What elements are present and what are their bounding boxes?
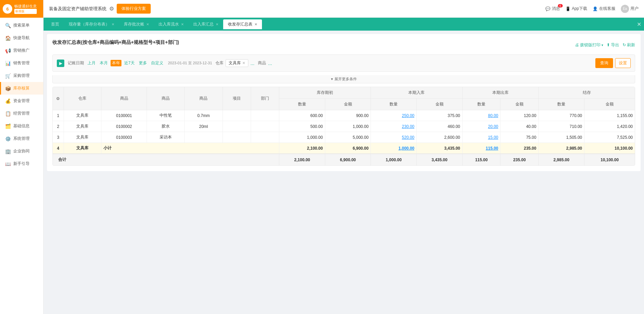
tab-home[interactable]: 首页 [46,19,64,29]
tab-in_out_flow[interactable]: 出入库流水✕ [154,19,188,29]
message-icon: 💬 [545,6,550,11]
row-goods-code: 0100003 [101,132,147,143]
sidebar-item-marketing[interactable]: 📢 营销推广 [0,44,43,57]
th-close-qty: 数量 [539,99,584,110]
avatar: Ea [621,5,629,13]
user-button[interactable]: Ea 用户 [621,5,639,13]
date-shortcut-last-month[interactable]: 上月 [86,60,97,66]
page-content: 收发存汇总表(按仓库+商品编码+商品+规格型号+项目+部门) 🖨 拨锁版打印 ▾… [47,34,641,171]
row-out-qty[interactable]: 15.00 [462,132,500,143]
th-period-in: 本期入库 [371,87,462,99]
tab-label: 出入库汇总 [193,21,214,27]
tab-close-icon[interactable]: ✕ [181,22,184,26]
row-out-qty[interactable]: 20.00 [462,121,500,132]
filter-expand-button[interactable]: ▶ [57,60,64,67]
subtotal-out-amt: 235.00 [500,143,539,154]
message-button[interactable]: 💬 消息 6 [545,6,560,12]
total-in-amt: 3,435.00 [416,154,462,165]
date-shortcut-7days[interactable]: 近7天 [123,60,136,66]
total-close-qty: 2,985.00 [539,154,584,165]
sidebar-item-sales[interactable]: 📊 销售管理 [0,57,43,69]
th-out-qty: 数量 [462,99,500,110]
system-settings-icon[interactable]: ⚙ [109,5,114,12]
subtotal-close-qty: 2,985.00 [539,143,584,154]
inventory-icon: 📦 [5,86,11,91]
tab-inventory_dist[interactable]: 现存量（库存分布表）✕ [64,19,119,29]
table-row: 3 文具库 0100003 采访本 1,000.00 5,000.00 520.… [53,132,635,143]
warehouse-ellipsis-icon[interactable]: ... [250,61,254,66]
sidebar-item-purchase[interactable]: 🛒 采购管理 [0,69,43,82]
sidebar-item-label: 基础信息 [13,123,30,129]
warehouse-tag-close-icon[interactable]: ✕ [242,61,245,65]
row-in-amt: 2,600.00 [416,132,462,143]
tab-batch_account[interactable]: 库存批次账✕ [119,19,154,29]
row-out-qty[interactable]: 80.00 [462,110,500,121]
out-qty-link[interactable]: 20.00 [488,124,498,129]
row-goods-name: 采访本 [147,132,184,143]
sidebar-item-enterprise[interactable]: 🏢 企业协同 [0,145,43,158]
app-download-button[interactable]: 📱 App下载 [565,6,587,12]
refresh-button[interactable]: ↻ 刷新 [623,42,635,48]
tab-close-icon[interactable]: ✕ [254,22,257,26]
table-settings-header[interactable]: ⚙ [53,87,64,110]
expand-conditions-button[interactable]: ▾ 展开更多条件 [331,77,357,82]
sidebar-item-inventory[interactable]: 📦 库存核算 [0,82,43,95]
in-qty-link[interactable]: 520.00 [402,135,414,140]
date-shortcut-more[interactable]: 更多 [137,60,148,66]
tab-close-icon[interactable]: ✕ [146,22,149,26]
row-goods-code: 0100002 [101,121,147,132]
sidebar-logo: 6 畅捷通好生意 标准版 [0,0,43,18]
date-shortcut-this-year[interactable]: 本年 [111,60,121,66]
goods-ellipsis-icon[interactable]: ... [268,61,272,66]
sidebar-item-search[interactable]: 🔍 搜索菜单 [0,19,43,32]
in-qty-link[interactable]: 250.00 [402,113,414,118]
sidebar-item-label: 销售管理 [13,60,30,66]
query-button[interactable]: 查询 [595,58,613,68]
row-close-amt: 7,525.00 [584,132,635,143]
subtotal-label: 小计 [101,143,279,154]
date-shortcut-this-month[interactable]: 本月 [98,60,109,66]
th-in-amt: 金额 [416,99,462,110]
date-shortcut-custom[interactable]: 自定义 [150,60,165,66]
expand-bar: ▾ 展开更多条件 [52,75,635,83]
row-in-qty[interactable]: 520.00 [371,132,417,143]
sidebar-menu: 🔍 搜索菜单 🏠 快捷导航 📢 营销推广 📊 销售管理 🛒 采购管理 📦 库存核… [0,18,43,314]
filter-settings-button[interactable]: 设置 [615,58,631,68]
tab-close-icon[interactable]: ✕ [112,22,114,26]
tab-close-icon[interactable]: ✕ [216,22,218,26]
total-open-amt: 6,900.00 [325,154,371,165]
close-all-tabs-icon[interactable]: ✕ [637,21,641,28]
out-qty-link[interactable]: 15.00 [488,135,498,140]
sidebar-item-guide[interactable]: 📖 新手引导 [0,158,43,170]
tab-recv_send_summary[interactable]: 收发存汇总表✕ [223,19,262,29]
sidebar-item-quick-nav[interactable]: 🏠 快捷导航 [0,32,43,44]
print-icon: 🖨 [575,43,579,47]
sidebar-item-finance[interactable]: 💰 资金管理 [0,95,43,107]
row-project [222,110,251,121]
total-close-amt: 10,100.00 [584,154,635,165]
sidebar-item-basic-info[interactable]: 🗂️ 基础信息 [0,120,43,132]
sales-icon: 📊 [5,61,11,66]
row-out-amt: 75.00 [500,132,539,143]
sidebar-item-label: 企业协同 [13,148,30,154]
out-qty-link[interactable]: 80.00 [488,113,498,118]
print-button[interactable]: 🖨 拨锁版打印 ▾ [575,42,603,48]
trial-button[interactable]: 体验行业方案 [117,4,151,14]
total-open-qty: 2,100.00 [279,154,325,165]
total-label: 合计 [53,154,279,165]
sidebar-item-business[interactable]: 📋 经营管理 [0,107,43,120]
data-table-wrapper: ⚙ 仓库 商品 商品 商品 项目 部门 库存期初 本期入库 本期出库 [52,87,635,166]
row-in-qty[interactable]: 230.00 [371,121,417,132]
export-button[interactable]: ⬆ 导出 [607,42,619,48]
online-service-button[interactable]: 👤 在线客服 [593,6,615,12]
message-badge: 6 [558,4,563,7]
service-label: 在线客服 [599,6,615,12]
in-qty-link[interactable]: 230.00 [402,124,414,129]
tab-label: 首页 [51,21,59,27]
row-in-qty[interactable]: 250.00 [371,110,417,121]
sidebar-item-system[interactable]: ⚙️ 系统管理 [0,132,43,145]
tab-in_out_summary[interactable]: 出入库汇总✕ [188,19,223,29]
warehouse-tag[interactable]: 文具库 ✕ [226,59,248,67]
main-area: 装备及固定资产辅助管理系统 ⚙ 体验行业方案 💬 消息 6 📱 App下载 👤 … [44,0,644,314]
content-area: 收发存汇总表(按仓库+商品编码+商品+规格型号+项目+部门) 🖨 拨锁版打印 ▾… [44,31,644,314]
